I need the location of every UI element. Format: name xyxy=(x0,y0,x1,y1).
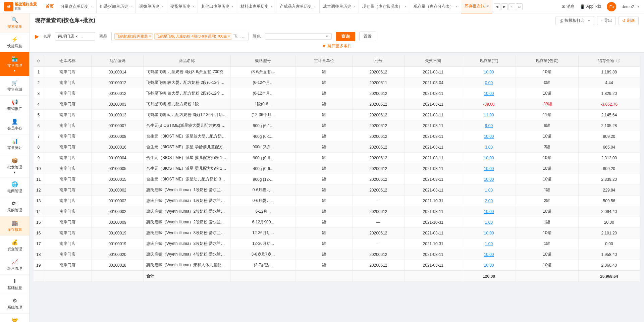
sidebar-item-basic[interactable]: ℹ 基础信息 xyxy=(0,275,29,294)
refresh-button[interactable]: ↺ 刷新 xyxy=(619,16,639,25)
cell-qty-main[interactable]: 1.00 xyxy=(462,238,516,249)
sidebar-item-cooperation[interactable]: 🤝 企业协同 xyxy=(0,314,29,322)
sidebar-item-marketing[interactable]: 📢 营销推广 xyxy=(0,96,29,115)
cell-qty-main[interactable]: 10.00 xyxy=(462,260,516,271)
tab-close-all[interactable]: × xyxy=(508,3,515,10)
cell-qty-main[interactable]: 10.00 xyxy=(462,228,516,238)
tab-11[interactable]: 库存批次账 × xyxy=(461,0,492,13)
cell-qty-pkg: 10罐 xyxy=(516,228,579,238)
col-code: 商品编码 xyxy=(92,55,144,67)
sidebar-item-mall[interactable]: 🛒 零售商城 xyxy=(0,76,29,96)
color-filter[interactable]: ▼ xyxy=(265,33,332,40)
product-tag-0[interactable]: 飞鹤奶粉3段丙推装 × xyxy=(114,33,153,40)
sidebar-item-wholesale[interactable]: 📦 批发管理 ▼ xyxy=(0,154,29,178)
tab-3[interactable]: 调拨单历史 × xyxy=(136,0,167,13)
cell-qty-main[interactable]: 11.00 xyxy=(462,110,516,120)
sidebar-item-ecommerce[interactable]: 🌐 电商管理 xyxy=(0,178,29,197)
sidebar-item-inventory[interactable]: 🏬 库存核算 xyxy=(0,216,29,236)
color-dropdown[interactable]: ▼ xyxy=(325,35,329,38)
tab-prev[interactable]: ◀ xyxy=(494,3,500,10)
user-name[interactable]: demo2 ▼ xyxy=(622,4,640,9)
filter-expand-arrow[interactable]: ▶ xyxy=(35,33,39,40)
tab-6[interactable]: 材料出库单历史 × xyxy=(237,0,276,13)
product-more-dots2[interactable]: ... xyxy=(242,34,246,39)
tab-8[interactable]: 成本调整单历史 × xyxy=(320,0,359,13)
warehouse-select[interactable]: 南岸门店 × ... xyxy=(55,32,95,41)
cell-qty-main[interactable]: 10.00 xyxy=(462,131,516,142)
sidebar-item-finance[interactable]: 💰 资金管理 xyxy=(0,236,29,255)
cell-qty-main[interactable]: 10.00 xyxy=(462,88,516,99)
cell-expire: 2021-03-11 xyxy=(404,142,462,153)
tab-menu[interactable]: □ xyxy=(516,3,523,10)
cell-qty-main[interactable]: 3.00 xyxy=(462,142,516,153)
col-qty-pkg: 现存量(包装) xyxy=(516,55,579,67)
sidebar-item-retail-stats[interactable]: 📊 零售统计 xyxy=(0,135,29,154)
tab-7[interactable]: 产成品入库单历史 × xyxy=(276,0,320,13)
cell-qty-main[interactable]: -39.00 xyxy=(462,99,516,110)
sidebar-quick-nav[interactable]: ⚡ 快捷导航 xyxy=(0,33,29,52)
cell-id: 11 xyxy=(34,174,44,185)
cell-name: 合生元（BIOSTIME）派星 学龄前儿童配方奶粉 4段 xyxy=(143,142,230,153)
app-download-btn[interactable]: 📱 App下载 xyxy=(580,4,601,9)
tab-2[interactable]: 组装拆卸单历史 × xyxy=(97,0,136,13)
tab-home[interactable]: 首页 xyxy=(42,0,57,13)
cell-qty-main[interactable]: 0.00 xyxy=(462,77,516,88)
retail-icon: 🏪 xyxy=(11,56,18,62)
product-tag-1[interactable]: 飞鹤星飞帆 儿童奶粉 4段(3-6岁适用) 700克 × xyxy=(154,33,232,40)
inventory-table: ⚙ 仓库名称 商品编码 商品名称 规格型号 主计量单位 批号 失效日期 现存量(… xyxy=(34,55,640,282)
warehouse-clear[interactable]: × xyxy=(75,34,78,39)
cell-code: 00100002 xyxy=(92,196,144,206)
sidebar-item-system[interactable]: ⚙ 系统管理 xyxy=(0,294,29,314)
export-icon: ↑ xyxy=(601,18,603,23)
user-avatar[interactable]: Ea xyxy=(607,2,616,11)
col-balance: 结存金额 ⓘ xyxy=(578,55,640,67)
cell-unit: 罐 xyxy=(296,249,352,260)
table-row: 1南岸门店00100014飞鹤星飞帆 儿童奶粉 4段(3-6岁适用) 700克(… xyxy=(34,67,640,77)
tab-next[interactable]: ▶ xyxy=(501,3,508,10)
tab-10[interactable]: 现存量（库存分布表） × xyxy=(410,0,462,13)
cell-balance: 1,189.88 xyxy=(578,67,640,77)
inventory-icon: 🏬 xyxy=(11,220,18,226)
table-row: 11南岸门店00100015合生元（BIOSTIME）派星幼儿配方奶粉 3段 乳… xyxy=(34,174,640,185)
search-button[interactable]: 查询 xyxy=(336,32,355,41)
cell-qty-main[interactable]: 10.00 xyxy=(462,67,516,77)
cell-spec: 900g (0-6... xyxy=(230,153,296,163)
cell-qty-main[interactable]: 10.00 xyxy=(462,153,516,163)
cell-qty-main[interactable]: 10.00 xyxy=(462,174,516,185)
sidebar-item-operations[interactable]: 📈 经营管理 xyxy=(0,255,29,275)
product-tag-container[interactable]: 飞鹤奶粉3段丙推装 × 飞鹤星飞帆 儿童奶粉 4段(3-6岁适用) 700克 ×… xyxy=(111,32,249,41)
cell-qty-main[interactable]: 1.00 xyxy=(462,185,516,196)
balance-info-icon[interactable]: ⓘ xyxy=(616,58,620,63)
cell-qty-main[interactable]: 10.00 xyxy=(462,206,516,217)
sidebar-item-purchase[interactable]: 🛍 采购管理 xyxy=(0,197,29,216)
sidebar-item-retail[interactable]: 🏪 零售管理 ▼ xyxy=(0,52,29,76)
cell-qty-main[interactable]: 1.00 xyxy=(462,217,516,228)
message-btn[interactable]: ✉ 消息 xyxy=(562,4,575,9)
cell-qty-main[interactable]: 2.00 xyxy=(462,196,516,206)
product-tag-1-close[interactable]: × xyxy=(228,35,230,38)
cell-code: 00100019 xyxy=(92,228,144,238)
cell-qty-main[interactable]: 10.00 xyxy=(462,249,516,260)
expand-more-button[interactable]: ▼ 展开更多条件 xyxy=(322,43,352,49)
product-tag-0-close[interactable]: × xyxy=(149,35,151,38)
cell-code: 00100012 xyxy=(92,88,144,99)
tab-9[interactable]: 现存量（库存状况表） × xyxy=(359,0,410,13)
cell-qty-main[interactable]: 10.00 xyxy=(462,163,516,174)
tab-4[interactable]: 要货单历史 × xyxy=(167,0,198,13)
gear-icon[interactable]: ⚙ xyxy=(37,59,40,63)
tab-1[interactable]: 分量盘点单历史 × xyxy=(57,0,97,13)
cell-batch: 20200612 xyxy=(353,88,405,99)
settings-button[interactable]: 设置 xyxy=(359,32,376,41)
sidebar-search[interactable]: 🔍 搜索菜单 xyxy=(0,13,29,33)
cell-spec: 900g (6-1... xyxy=(230,120,296,131)
cell-balance: 2,060.40 xyxy=(578,260,640,271)
tab-5[interactable]: 其他出库单历史 × xyxy=(198,0,237,13)
cell-qty-main[interactable]: 9.00 xyxy=(462,120,516,131)
cell-warehouse: 南岸门店 xyxy=(44,206,92,217)
cell-spec: (3-6岁适用)... xyxy=(230,67,296,77)
export-button[interactable]: ↑ 导出 xyxy=(597,16,616,25)
sidebar-item-member[interactable]: 👤 会员中心 xyxy=(0,115,29,135)
template-print-button[interactable]: 🖨 按模板打印 ▼ xyxy=(555,16,594,25)
product-more-dots[interactable]: 飞... xyxy=(233,34,241,39)
cell-id: 6 xyxy=(34,120,44,131)
